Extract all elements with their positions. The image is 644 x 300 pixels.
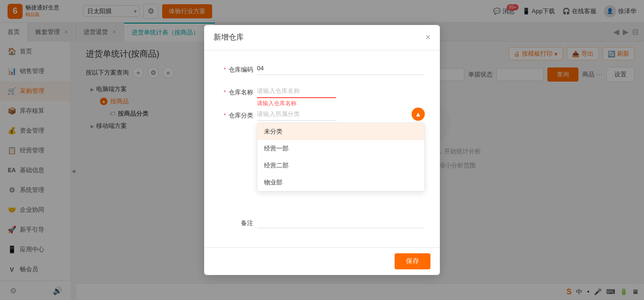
required-star-code: * (223, 66, 226, 73)
required-star-category: * (223, 112, 226, 119)
modal-footer: 保存 (204, 247, 440, 275)
required-star-name: * (223, 89, 226, 96)
category-dropdown-list: 未分类 经营一部 经营二部 物业部 (257, 123, 425, 192)
category-input[interactable] (257, 108, 336, 121)
name-input[interactable] (257, 84, 336, 98)
modal-header: 新增仓库 × (204, 25, 440, 50)
notes-field-row: 备注 (219, 215, 425, 228)
dropdown-item-0[interactable]: 未分类 (257, 123, 424, 140)
modal-close-button[interactable]: × (425, 33, 430, 42)
notes-label: 备注 (219, 215, 257, 227)
name-error-msg: 请输入仓库名称 (257, 100, 297, 108)
dropdown-item-1[interactable]: 经营一部 (257, 140, 424, 157)
warehouse-modal: 新增仓库 × * 仓库编码 * 仓库名称 请输入仓库名称 (204, 25, 440, 275)
modal-overlay: 新增仓库 × * 仓库编码 * 仓库名称 请输入仓库名称 (0, 0, 644, 300)
dropdown-item-2[interactable]: 经营二部 (257, 157, 424, 174)
dropdown-item-3[interactable]: 物业部 (257, 174, 424, 191)
category-input-wrap: ▲ 未分类 经营一部 经营二部 物业部 (257, 108, 425, 121)
name-label: * 仓库名称 (219, 84, 257, 97)
name-field-row: * 仓库名称 请输入仓库名称 (219, 84, 425, 98)
code-input[interactable] (257, 62, 425, 75)
save-button[interactable]: 保存 (395, 253, 430, 269)
modal-body: * 仓库编码 * 仓库名称 请输入仓库名称 * (204, 50, 440, 247)
category-dropdown-toggle[interactable]: ▲ (412, 108, 425, 121)
category-field-row: * 仓库分类 ▲ 未分类 经营一部 经营二部 物业部 (219, 108, 425, 121)
name-input-wrap: 请输入仓库名称 (257, 84, 425, 98)
modal-title: 新增仓库 (214, 33, 244, 42)
category-label: * 仓库分类 (219, 108, 257, 120)
code-field-row: * 仓库编码 (219, 62, 425, 75)
code-label: * 仓库编码 (219, 62, 257, 74)
notes-input[interactable] (257, 215, 425, 228)
